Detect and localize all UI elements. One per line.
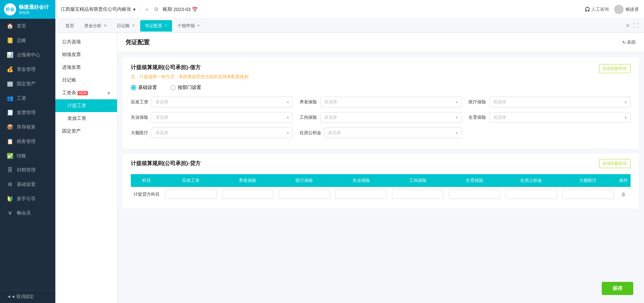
period-selector[interactable]: 账期 2023-03 📅 (163, 6, 198, 12)
save-button[interactable]: 保存 (602, 282, 633, 295)
sidebar-item-checkout[interactable]: ✅ 结账 (0, 149, 55, 163)
menu-label-fixed-assets: 固定资产 (62, 128, 81, 134)
label-shengyu: 生育保险 (469, 114, 487, 120)
tab-home[interactable]: 首页 (61, 20, 79, 32)
td-yiliao-input[interactable] (276, 187, 333, 202)
td-shiye-input[interactable] (333, 187, 389, 202)
select-gongjijin[interactable]: 请选择 ▾ (324, 128, 462, 138)
checkout-icon: ✅ (7, 153, 13, 159)
select-shengyu[interactable]: 请选择 ▾ (489, 112, 631, 123)
select-yiliao[interactable]: 请选择 ▾ (489, 97, 631, 107)
input-yiliao[interactable] (279, 190, 330, 199)
tab-journal[interactable]: 日记账 ✕ (112, 20, 140, 32)
tax-icon: 📋 (7, 138, 13, 145)
menu-item-purchase[interactable]: 进项发票 (55, 61, 117, 74)
menu-item-sales[interactable]: 销项发票 (55, 48, 117, 61)
service-label: 人工咨询 (591, 6, 609, 12)
sidebar-item-invoice[interactable]: 🧾 发票管理 (0, 105, 55, 120)
td-yanglao-input[interactable] (219, 187, 276, 202)
tab-funds[interactable]: 资金分析 ✕ (79, 20, 111, 32)
refresh-button[interactable]: ↻ 刷新 (622, 39, 636, 45)
sidebar-item-tax[interactable]: 📋 税务管理 (0, 134, 55, 149)
label-yanglao: 养老保险 (300, 99, 318, 105)
menu-item-journal[interactable]: 日记账 (55, 74, 117, 87)
tab-voucher[interactable]: 凭证配置 ✕ (140, 20, 172, 32)
td-yingfa-input[interactable] (163, 187, 219, 202)
refresh-label: 刷新 (627, 39, 636, 45)
input-yingfa[interactable] (165, 190, 217, 199)
field-yiliao: 医疗保险 请选择 ▾ (469, 97, 631, 107)
tab-close-all-icon[interactable]: ✕ (626, 22, 630, 29)
unpin-button[interactable]: ◄◄ 取消固定 (0, 290, 55, 303)
select-shiye[interactable]: 请选择 ▾ (152, 112, 293, 123)
headset-icon: 🎧 (585, 7, 590, 12)
th-daejiyiliao: 大额医疗 (560, 174, 616, 187)
select-gongshang[interactable]: 请选择 ▾ (320, 112, 462, 123)
tabbar-controls: ✕ ⛶ (626, 22, 639, 29)
sidebar-item-inventory[interactable]: 📦 库存核算 (0, 120, 55, 134)
input-daejiyiliao[interactable] (562, 190, 614, 199)
input-gongshang[interactable] (392, 190, 443, 199)
service-button[interactable]: 🎧 人工咨询 (585, 6, 609, 12)
tab-funds-close[interactable]: ✕ (104, 23, 107, 28)
add-account-button[interactable]: ＋ (144, 5, 150, 13)
sidebar-item-reports[interactable]: 📊 云报表中心 (0, 48, 55, 62)
menu-item-salary-table[interactable]: 工资表NEW ∨ (55, 87, 117, 99)
radio-basic-label: 基础设置 (138, 85, 157, 91)
radio-dept-circle (170, 85, 176, 90)
main-area: 江西服宝精品有限责任公司内账张 ▾ ＋ ⚙ 账期 2023-03 📅 🎧 人工咨… (55, 0, 644, 303)
td-gongjijin-input[interactable] (503, 187, 559, 202)
select-yingfa[interactable]: 请选择 ▾ (152, 97, 293, 107)
label-yingfa: 应发工资 (131, 99, 149, 105)
menu-item-public[interactable]: 公共选项 (55, 36, 117, 48)
sidebar-item-home[interactable]: 🏠 首页 (0, 19, 55, 33)
select-yiliao-placeholder: 请选择 (493, 99, 506, 105)
sidebar-item-vip[interactable]: V 畅会员 (0, 206, 55, 220)
sidebar-item-ledger[interactable]: 📒 总账 (0, 33, 55, 48)
debit-form-grid: 应发工资 请选择 ▾ 养老保险 请选择 ▾ 医疗 (131, 97, 631, 138)
td-daejiyiliao-input[interactable] (560, 187, 616, 202)
tab-home-label: 首页 (65, 23, 74, 29)
input-shengyu[interactable] (449, 190, 500, 199)
menu-item-fixed-assets[interactable]: 固定资产 (55, 125, 117, 138)
assets-icon: 🏢 (7, 81, 13, 87)
select-yanglao[interactable]: 请选择 ▾ (320, 97, 462, 107)
auto-match-credit-button[interactable]: 自动匹配科目 (599, 159, 631, 168)
user-menu[interactable]: 畅捷通 (614, 5, 639, 14)
label-daejiyiliao: 大额医疗 (131, 130, 149, 136)
sidebar-label-reports: 云报表中心 (17, 52, 40, 58)
input-shiye[interactable] (335, 190, 387, 199)
sidebar-item-salary[interactable]: 👥 工资 (0, 91, 55, 105)
tab-expand-icon[interactable]: ⛶ (633, 23, 639, 29)
auto-match-debit-button[interactable]: 自动匹配科目 (599, 64, 631, 73)
menu-label-accrual: 计提工资 (67, 103, 86, 108)
settings-button[interactable]: ⚙ (154, 6, 159, 12)
company-selector[interactable]: 江西服宝精品有限责任公司内账张 ▾ (61, 6, 136, 12)
sidebar-item-settings[interactable]: ⚙ 基础设置 (0, 177, 55, 192)
menu-item-accrual[interactable]: 计提工资 (55, 99, 117, 112)
tab-tax[interactable]: 个税申报 ✕ (173, 20, 205, 32)
unpin-label: ◄◄ 取消固定 (7, 294, 34, 300)
sidebar-nav: 🏠 首页 📒 总账 📊 云报表中心 💰 资金管理 🏢 固定资产 👥 工资 🧾 发… (0, 19, 55, 290)
tab-tax-close[interactable]: ✕ (197, 23, 200, 28)
input-gongjijin[interactable] (505, 190, 557, 199)
tab-journal-close[interactable]: ✕ (132, 23, 135, 28)
select-gongshang-placeholder: 请选择 (324, 114, 337, 120)
td-operation: 🗑 (616, 187, 631, 202)
sidebar-label-guide: 新手引导 (17, 196, 36, 202)
menu-item-payroll[interactable]: 发放工资 (55, 112, 117, 125)
select-daejiyiliao[interactable]: 请选择 ▾ (152, 128, 293, 138)
sidebar-item-assets[interactable]: 🏢 固定资产 (0, 77, 55, 91)
sidebar-item-archive[interactable]: 🗄 归档管理 (0, 163, 55, 177)
td-shengyu-input[interactable] (446, 187, 503, 202)
sidebar-item-guide[interactable]: 🔰 新手引导 (0, 192, 55, 206)
radio-basic[interactable]: 基础设置 (131, 85, 157, 91)
radio-dept[interactable]: 按部门设置 (170, 85, 201, 91)
input-yanglao[interactable] (222, 190, 273, 199)
td-gongshang-input[interactable] (389, 187, 446, 202)
tab-voucher-close[interactable]: ✕ (164, 23, 167, 28)
sidebar-label-funds: 资金管理 (17, 66, 36, 72)
tab-journal-label: 日记账 (117, 23, 130, 29)
delete-row-icon[interactable]: 🗑 (621, 192, 626, 197)
sidebar-item-funds[interactable]: 💰 资金管理 (0, 62, 55, 77)
